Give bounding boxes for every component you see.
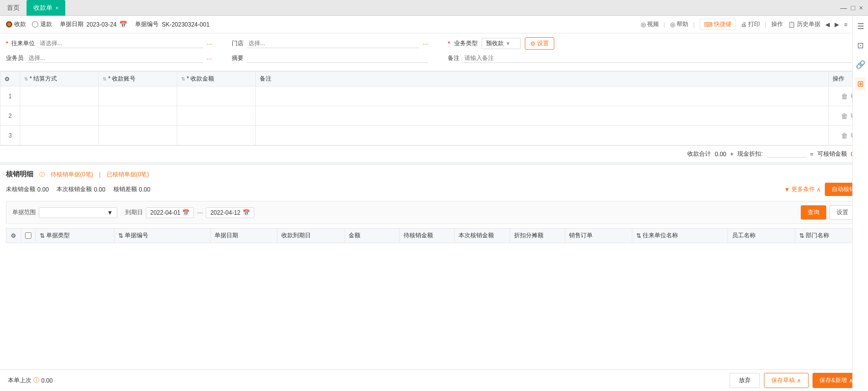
sort-icon: ⇅ bbox=[799, 232, 804, 239]
row-account-1[interactable] bbox=[99, 86, 177, 106]
partner-more-btn[interactable]: ··· bbox=[206, 40, 212, 48]
print-btn[interactable]: 🖨 打印 bbox=[741, 20, 760, 28]
tab-home[interactable]: 首页 bbox=[0, 0, 27, 16]
row-account-3[interactable] bbox=[99, 126, 177, 145]
remark-input-1[interactable] bbox=[256, 86, 828, 106]
amount-input-2[interactable] bbox=[177, 106, 255, 125]
delete-icon-1[interactable]: 🗑 bbox=[841, 92, 848, 100]
th-settlement: ⇅ * 结算方式 bbox=[20, 72, 99, 86]
account-input-3[interactable] bbox=[99, 126, 177, 145]
history-btn[interactable]: 📋 历史单据 bbox=[788, 20, 820, 28]
setting-button[interactable]: ⚙ 设置 bbox=[525, 37, 554, 50]
recon-info-icon[interactable]: ⓘ bbox=[39, 171, 45, 178]
row-remark-1[interactable] bbox=[256, 86, 829, 106]
calendar-from-icon: 📅 bbox=[182, 209, 190, 216]
row-amount-3[interactable] bbox=[177, 126, 256, 145]
radio-refund[interactable]: 退款 bbox=[32, 20, 52, 28]
tab-receipt[interactable]: 收款单 × bbox=[27, 0, 65, 16]
row-index-2: 2 bbox=[0, 106, 20, 126]
th-discount: 折扣分摊额 bbox=[510, 228, 565, 243]
store-more-btn[interactable]: ··· bbox=[422, 40, 428, 48]
partner-input[interactable] bbox=[38, 39, 204, 48]
account-input-1[interactable] bbox=[99, 86, 177, 106]
staff-more-btn[interactable]: ··· bbox=[206, 55, 212, 62]
summary-input[interactable] bbox=[246, 54, 428, 63]
row-amount-2[interactable] bbox=[177, 106, 256, 126]
staff-input[interactable] bbox=[27, 54, 203, 63]
select-all-checkbox[interactable] bbox=[25, 232, 31, 239]
close-icon[interactable]: × bbox=[859, 4, 863, 12]
filter-row: 单据范围 ▼ 到期日 2022-04-01 📅 — 2022-04-12 📅 bbox=[6, 201, 862, 224]
calendar-icon[interactable]: 📅 bbox=[119, 21, 127, 28]
summary-field: 摘要 bbox=[232, 54, 428, 63]
settlement-input-3[interactable] bbox=[20, 126, 98, 145]
date-to-input[interactable]: 2022-04-12 📅 bbox=[206, 207, 254, 218]
filter-settings-button[interactable]: 设置 bbox=[829, 205, 856, 220]
amount-input-1[interactable] bbox=[177, 86, 255, 106]
row-settlement-3[interactable] bbox=[20, 126, 99, 145]
row-settlement-1[interactable] bbox=[20, 86, 99, 106]
store-input[interactable] bbox=[246, 39, 419, 48]
nav-prev-btn[interactable]: ◀ bbox=[825, 21, 830, 28]
discount-input[interactable] bbox=[767, 150, 806, 158]
remark-input-2[interactable] bbox=[256, 106, 828, 125]
range-select[interactable]: ▼ bbox=[39, 207, 117, 218]
right-sidebar: ☰ ⊡ 🔗 ⊞ bbox=[852, 16, 868, 391]
sidebar-expand-icon[interactable]: ⊞ bbox=[855, 77, 866, 90]
sort-icon: ⇅ bbox=[40, 232, 45, 239]
nav-next-btn[interactable]: ▶ bbox=[835, 21, 839, 28]
toolbar: 收款 退款 单据日期 2023-03-24 📅 单据编号 SK-20230324… bbox=[0, 16, 868, 33]
diff-stat: 核销差额 0.00 bbox=[113, 185, 150, 194]
account-input-2[interactable] bbox=[99, 106, 177, 125]
operation-btn[interactable]: 操作 bbox=[771, 20, 783, 28]
amount-input-3[interactable] bbox=[177, 126, 255, 145]
row-settlement-2[interactable] bbox=[20, 106, 99, 126]
radio-receipt[interactable]: 收款 bbox=[6, 20, 26, 28]
tab-close-icon[interactable]: × bbox=[55, 5, 58, 11]
row-index-1: 1 bbox=[0, 86, 20, 106]
remark-input-3[interactable] bbox=[256, 126, 828, 145]
more-conditions-btn[interactable]: ▼ 更多条件 ∧ bbox=[784, 185, 821, 194]
date-from-input[interactable]: 2022-04-01 📅 bbox=[146, 207, 194, 218]
gear-icon: ⚙ bbox=[4, 76, 10, 83]
done-tab[interactable]: 已核销单据(0笔) bbox=[107, 170, 149, 179]
number-field: 单据编号 SK-20230324-001 bbox=[135, 20, 209, 28]
query-button[interactable]: 查询 bbox=[801, 205, 826, 220]
pending-tab[interactable]: 待核销单据(0笔) bbox=[51, 170, 93, 179]
row-amount-1[interactable] bbox=[177, 86, 256, 106]
settlement-input-2[interactable] bbox=[20, 106, 98, 125]
help-btn[interactable]: ◎ 帮助 bbox=[670, 20, 688, 28]
abandon-button[interactable]: 放弃 bbox=[730, 373, 760, 388]
remark-input[interactable] bbox=[462, 54, 862, 63]
view-list-btn[interactable]: ≡ bbox=[844, 21, 847, 28]
recon-title: 核销明细 bbox=[6, 170, 33, 179]
remark-field: 备注 bbox=[448, 54, 862, 63]
th-gear[interactable]: ⚙ bbox=[0, 72, 20, 86]
th-order: 销售订单 bbox=[565, 228, 632, 243]
recon-table-header: ⚙ ⇅ 单据类型 ⇅ 单据编号 单据日期 收款到期日 金额 bbox=[6, 228, 862, 243]
biz-type-dropdown[interactable]: 预收款 ▼ bbox=[482, 38, 521, 49]
sidebar-link-icon[interactable]: 🔗 bbox=[854, 58, 868, 71]
row-account-2[interactable] bbox=[99, 106, 177, 126]
save-draft-button[interactable]: 保存草稿 ∧ bbox=[764, 373, 809, 388]
settlement-input-1[interactable] bbox=[20, 86, 98, 106]
row-remark-2[interactable] bbox=[256, 106, 829, 126]
sidebar-table-icon[interactable]: ☰ bbox=[855, 20, 866, 33]
delete-icon-3[interactable]: 🗑 bbox=[841, 132, 848, 140]
shortcut-btn[interactable]: ⌨ 快捷键 bbox=[700, 19, 736, 30]
maximize-icon[interactable]: □ bbox=[851, 4, 855, 12]
minimize-icon[interactable]: — bbox=[840, 4, 847, 12]
row-remark-3[interactable] bbox=[256, 126, 829, 145]
delete-icon-2[interactable]: 🗑 bbox=[841, 112, 848, 120]
range-chevron-icon: ▼ bbox=[107, 209, 113, 216]
carry-info-icon[interactable]: ⓘ bbox=[33, 376, 39, 385]
table-row: 2 🗑 ⧉ bbox=[0, 106, 868, 126]
sidebar-doc-icon[interactable]: ⊡ bbox=[855, 39, 866, 52]
sort-icon: ⇅ bbox=[636, 232, 641, 239]
th-gear-recon[interactable]: ⚙ bbox=[6, 229, 21, 242]
th-due-date: 收款到期日 bbox=[277, 228, 344, 243]
reconciliation-section: 核销明细 ⓘ 待核销单据(0笔) | 已核销单据(0笔) 未核销金额 0.00 … bbox=[0, 162, 868, 248]
staff-field: 业务员 ··· bbox=[6, 54, 212, 63]
video-btn[interactable]: ◎ 视频 bbox=[641, 20, 659, 28]
table-container: ⚙ ⇅ * 结算方式 ⇅ * 收款账号 ⇅ bbox=[0, 71, 868, 145]
